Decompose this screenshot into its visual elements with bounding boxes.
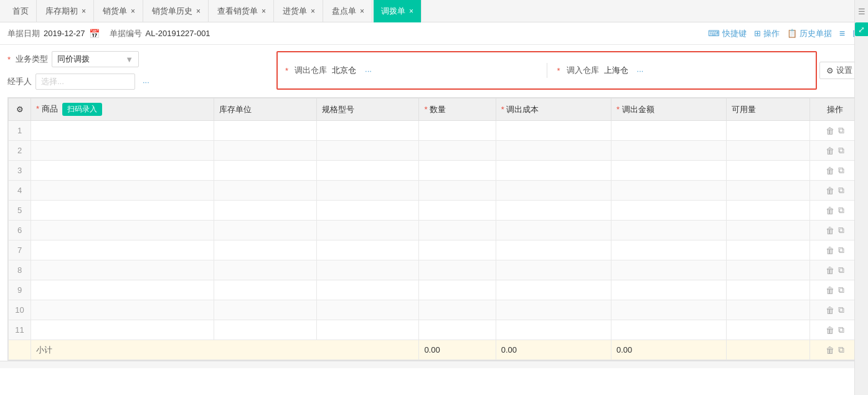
copy-icon[interactable]: ⧉	[838, 225, 844, 236]
delete-icon[interactable]: 🗑	[826, 285, 834, 295]
toolbar-right: ⌨ 快捷键 ⊞ 操作 📋 历史单据 ≡ ⊟	[708, 27, 861, 39]
right-panel: ☰ ⤢	[854, 0, 868, 368]
table-row: 10🗑⧉	[9, 300, 860, 320]
tab-transfer[interactable]: 调拨单 ×	[374, 0, 422, 22]
col-unit: 库存单位	[214, 98, 317, 121]
delete-icon[interactable]: 🗑	[826, 146, 834, 156]
out-warehouse-label: 调出仓库	[295, 65, 327, 76]
scan-button[interactable]: 扫码录入	[62, 103, 102, 116]
tab-purchase-order-close[interactable]: ×	[311, 7, 315, 16]
table-row: 1🗑⧉	[9, 121, 860, 141]
settings-button[interactable]: ⚙ 设置	[819, 62, 859, 79]
toolbar: 单据日期 2019-12-27 📅 单据编号 AL-20191227-001 ⌨…	[0, 22, 868, 45]
copy-icon[interactable]: ⧉	[838, 345, 844, 355]
operations-icon: ⊞	[754, 29, 761, 38]
number-label: 单据编号	[110, 28, 142, 39]
table-row: 3🗑⧉	[9, 161, 860, 181]
delete-icon[interactable]: 🗑	[826, 305, 834, 315]
tab-stocktake-close[interactable]: ×	[360, 7, 364, 16]
delete-icon[interactable]: 🗑	[826, 206, 834, 216]
shortcuts-icon: ⌨	[708, 29, 720, 38]
tab-purchase-order[interactable]: 进货单 ×	[275, 0, 323, 22]
out-warehouse-star: *	[285, 66, 288, 75]
person-label: 经手人	[7, 76, 32, 87]
delete-icon[interactable]: 🗑	[826, 126, 834, 136]
business-type-field: * 业务类型 同价调拨 ▼	[7, 51, 269, 67]
tab-inventory-init[interactable]: 库存期初 ×	[38, 0, 94, 22]
tab-stocktake[interactable]: 盘点单 ×	[324, 0, 372, 22]
tab-sales-order[interactable]: 销货单 ×	[95, 0, 143, 22]
tab-purchase-order-label: 进货单	[283, 6, 307, 17]
person-input[interactable]: 选择...	[35, 74, 135, 90]
delete-icon[interactable]: 🗑	[826, 166, 834, 176]
col-spec: 规格型号	[316, 98, 419, 121]
out-warehouse-field: * 调出仓库 北京仓 ···	[285, 65, 537, 76]
business-type-dropdown[interactable]: 同价调拨 ▼	[52, 51, 139, 67]
date-label: 单据日期	[7, 28, 40, 39]
in-warehouse-star: *	[557, 66, 560, 75]
tab-sales-order-close[interactable]: ×	[131, 7, 135, 16]
in-warehouse-label: 调入仓库	[567, 65, 599, 76]
tab-home[interactable]: 首页	[5, 0, 37, 22]
out-warehouse-ellipsis-button[interactable]: ···	[361, 66, 375, 75]
copy-icon[interactable]: ⧉	[838, 285, 844, 295]
out-warehouse-value[interactable]: 北京仓	[332, 65, 356, 76]
tab-sales-history-label: 销货单历史	[152, 6, 192, 17]
copy-icon[interactable]: ⧉	[838, 165, 844, 176]
person-ellipsis-button[interactable]: ···	[139, 77, 153, 87]
table-row-11: 11 🗑⧉	[9, 320, 860, 340]
subtotal-amount: 0.00	[611, 340, 727, 360]
business-type-value: 同价调拨	[57, 54, 90, 65]
delete-icon[interactable]: 🗑	[826, 245, 834, 255]
copy-icon[interactable]: ⧉	[838, 145, 844, 156]
layout-list-button[interactable]: ≡	[839, 28, 845, 39]
tab-bar: 首页 库存期初 × 销货单 × 销货单历史 × 查看销货单 × 进货单 × 盘点…	[0, 0, 868, 22]
form-left: * 业务类型 同价调拨 ▼ 经手人 选择... ···	[7, 51, 269, 90]
tab-view-sales-close[interactable]: ×	[262, 7, 266, 16]
right-panel-expand-button[interactable]: ⤢	[855, 22, 869, 36]
history-icon: 📋	[787, 29, 797, 38]
delete-icon[interactable]: 🗑	[826, 345, 834, 355]
number-value: AL-20191227-001	[146, 29, 210, 38]
table-row: 4🗑⧉	[9, 181, 860, 201]
tab-transfer-close[interactable]: ×	[409, 7, 413, 16]
copy-icon[interactable]: ⧉	[838, 245, 844, 255]
in-warehouse-value[interactable]: 上海仓	[604, 65, 628, 76]
history-button[interactable]: 📋 历史单据	[787, 28, 832, 39]
settings-icon: ⚙	[826, 66, 834, 75]
delete-icon[interactable]: 🗑	[826, 186, 834, 196]
layout-list-icon: ≡	[839, 28, 845, 39]
tab-inventory-init-label: 库存期初	[45, 6, 78, 17]
shortcuts-button[interactable]: ⌨ 快捷键	[708, 28, 747, 39]
tab-view-sales-label: 查看销货单	[217, 6, 258, 17]
delete-icon[interactable]: 🗑	[826, 226, 834, 236]
tab-view-sales[interactable]: 查看销货单 ×	[210, 0, 274, 22]
tab-sales-history[interactable]: 销货单历史 ×	[144, 0, 209, 22]
date-field: 单据日期 2019-12-27 📅	[7, 28, 100, 39]
subtotal-label: 小计	[36, 345, 52, 355]
warehouse-divider	[547, 63, 547, 78]
copy-icon[interactable]: ⧉	[838, 205, 844, 216]
bottom-scrollbar[interactable]	[0, 361, 868, 368]
tab-home-label: 首页	[12, 6, 29, 17]
date-value[interactable]: 2019-12-27	[44, 29, 85, 38]
tab-sales-history-close[interactable]: ×	[196, 7, 200, 16]
subtotal-cost: 0.00	[496, 340, 611, 360]
right-panel-list-button[interactable]: ☰	[856, 5, 868, 17]
copy-icon[interactable]: ⧉	[838, 325, 844, 335]
copy-icon[interactable]: ⧉	[838, 265, 844, 275]
copy-icon[interactable]: ⧉	[838, 305, 844, 315]
copy-icon[interactable]: ⧉	[838, 185, 844, 196]
delete-icon[interactable]: 🗑	[826, 265, 834, 275]
tab-inventory-init-close[interactable]: ×	[82, 7, 86, 16]
col-qty: * 数量	[419, 98, 496, 121]
copy-icon[interactable]: ⧉	[838, 125, 844, 136]
history-label: 历史单据	[800, 28, 832, 39]
operations-button[interactable]: ⊞ 操作	[754, 28, 780, 39]
business-type-star: *	[7, 55, 11, 64]
in-warehouse-ellipsis-button[interactable]: ···	[633, 66, 648, 75]
table-settings-col[interactable]: ⚙	[9, 98, 31, 121]
col-product: * 商品 扫码录入	[31, 98, 214, 121]
calendar-icon[interactable]: 📅	[89, 29, 100, 39]
delete-icon[interactable]: 🗑	[826, 325, 834, 335]
